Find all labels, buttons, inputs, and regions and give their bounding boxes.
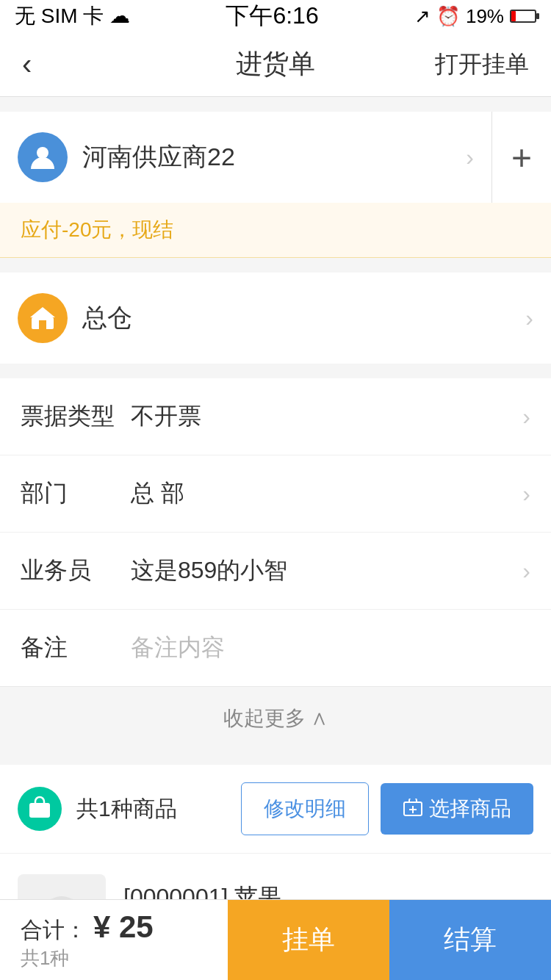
add-supplier-button[interactable]: +	[492, 112, 551, 203]
chevron-right-icon-ticket: ›	[522, 403, 530, 430]
nav-bar: ‹ 进货单 打开挂单	[0, 32, 551, 97]
battery-label: 19%	[466, 5, 504, 28]
select-product-label: 选择商品	[429, 795, 511, 823]
svg-rect-4	[29, 803, 50, 818]
warehouse-name: 总仓	[82, 301, 518, 335]
svg-rect-3	[39, 320, 46, 329]
total-sub: 共1种	[21, 945, 207, 971]
status-left: 无 SIM 卡 ☁	[15, 2, 130, 30]
dept-label: 部门	[21, 478, 123, 510]
footer-total: 合计： ¥ 25 共1种	[0, 909, 228, 971]
open-hang-button[interactable]: 打开挂单	[435, 48, 529, 81]
remark-input[interactable]: 备注内容	[123, 632, 530, 664]
chevron-right-icon-dept: ›	[522, 480, 530, 508]
svg-point-0	[37, 147, 48, 159]
alarm-icon: ⏰	[436, 5, 460, 28]
supplier-selector[interactable]: 河南供应商22 ›	[0, 112, 492, 203]
footer-bar: 合计： ¥ 25 共1种 挂单 结算	[0, 899, 551, 980]
sales-label: 业务员	[21, 555, 123, 587]
remark-row[interactable]: 备注 备注内容	[0, 610, 551, 686]
remark-label: 备注	[21, 632, 123, 664]
sales-row[interactable]: 业务员 这是859的小智 ›	[0, 533, 551, 610]
ticket-type-value: 不开票	[123, 400, 515, 433]
warehouse-section[interactable]: 总仓 ›	[0, 273, 551, 364]
sales-value: 这是859的小智	[123, 555, 515, 587]
edit-detail-button[interactable]: 修改明细	[241, 782, 369, 835]
dept-row[interactable]: 部门 总 部 ›	[0, 455, 551, 533]
back-button[interactable]: ‹	[22, 48, 66, 81]
total-amount: ¥ 25	[93, 909, 154, 944]
supplier-name: 河南供应商22	[82, 140, 458, 174]
hang-button[interactable]: 挂单	[228, 900, 389, 981]
collapse-button[interactable]: 收起更多 ∧	[0, 686, 551, 750]
total-label: 合计：	[21, 918, 87, 942]
status-right: ↗ ⏰ 19%	[414, 5, 536, 28]
product-icon	[18, 787, 62, 831]
warehouse-icon	[18, 293, 68, 343]
select-product-button[interactable]: 选择商品	[381, 783, 533, 835]
chevron-right-icon: ›	[466, 144, 474, 171]
page-title: 进货单	[236, 46, 315, 82]
section-gap-1	[0, 97, 551, 112]
supplier-section: 河南供应商22 › +	[0, 112, 551, 203]
checkout-button[interactable]: 结算	[389, 900, 551, 981]
supplier-avatar	[18, 132, 68, 182]
sim-label: 无 SIM 卡 ☁	[15, 2, 130, 30]
svg-marker-2	[30, 307, 55, 317]
product-header: 共1种商品 修改明细 选择商品	[0, 765, 551, 853]
ticket-type-label: 票据类型	[21, 400, 123, 433]
ticket-type-row[interactable]: 票据类型 不开票 ›	[0, 378, 551, 455]
chevron-right-icon-warehouse: ›	[525, 305, 533, 332]
form-section: 票据类型 不开票 › 部门 总 部 › 业务员 这是859的小智 › 备注 备注…	[0, 378, 551, 686]
dept-value: 总 部	[123, 478, 515, 510]
status-bar: 无 SIM 卡 ☁ 下午6:16 ↗ ⏰ 19%	[0, 0, 551, 32]
notice-bar: 应付-20元，现结	[0, 203, 551, 258]
location-icon: ↗	[414, 5, 431, 28]
battery-icon	[510, 10, 536, 23]
status-time: 下午6:16	[226, 0, 318, 32]
chevron-right-icon-sales: ›	[522, 558, 530, 585]
product-count-label: 共1种商品	[76, 794, 241, 824]
